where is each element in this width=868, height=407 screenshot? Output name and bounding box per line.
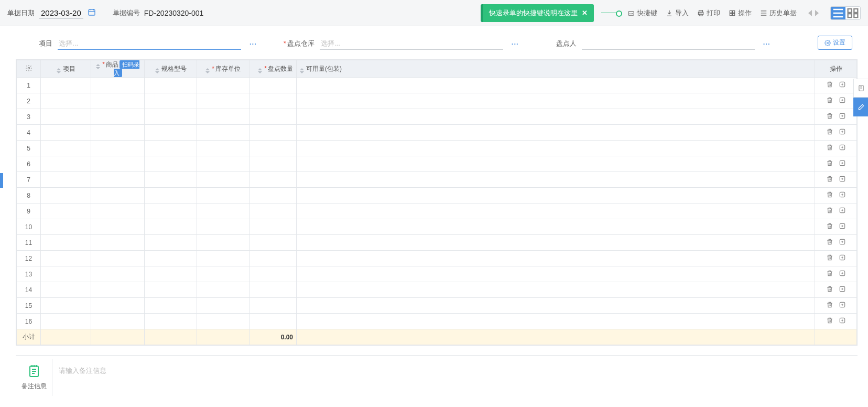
- delete-row-icon[interactable]: [826, 175, 833, 184]
- cell-unit[interactable]: [197, 125, 249, 141]
- cell-avail[interactable]: [297, 156, 815, 172]
- cell-project[interactable]: [41, 109, 91, 125]
- cell-avail[interactable]: [297, 141, 815, 156]
- cell-goods[interactable]: [91, 251, 145, 266]
- table-row[interactable]: 5: [17, 141, 857, 156]
- warehouse-input[interactable]: [320, 37, 503, 50]
- cell-spec[interactable]: [145, 188, 197, 204]
- cell-unit[interactable]: [197, 172, 249, 188]
- cell-spec[interactable]: [145, 125, 197, 141]
- cell-goods[interactable]: [91, 282, 145, 298]
- col-unit[interactable]: *库存单位: [197, 60, 249, 78]
- insert-row-icon[interactable]: [839, 238, 846, 247]
- cell-goods[interactable]: [91, 314, 145, 329]
- checker-input[interactable]: [582, 37, 755, 50]
- insert-row-icon[interactable]: [839, 222, 846, 231]
- cell-spec[interactable]: [145, 298, 197, 314]
- cell-spec[interactable]: [145, 156, 197, 172]
- cell-avail[interactable]: [297, 235, 815, 251]
- cell-qty[interactable]: [249, 109, 297, 125]
- cell-qty[interactable]: [249, 78, 297, 93]
- calendar-icon[interactable]: [88, 8, 96, 18]
- cell-qty[interactable]: [249, 93, 297, 109]
- cell-unit[interactable]: [197, 78, 249, 93]
- view-card-icon[interactable]: [845, 7, 860, 19]
- col-spec[interactable]: 规格型号: [145, 60, 197, 78]
- cell-spec[interactable]: [145, 251, 197, 266]
- insert-row-icon[interactable]: [839, 191, 846, 200]
- table-row[interactable]: 3: [17, 109, 857, 125]
- cell-avail[interactable]: [297, 298, 815, 314]
- cell-goods[interactable]: [91, 172, 145, 188]
- cell-qty[interactable]: [249, 188, 297, 204]
- cell-project[interactable]: [41, 251, 91, 266]
- operate-button[interactable]: 操作: [729, 8, 752, 18]
- col-goods[interactable]: *商品扫码录入: [91, 60, 145, 78]
- import-button[interactable]: 导入: [666, 8, 689, 18]
- cell-spec[interactable]: [145, 282, 197, 298]
- cell-unit[interactable]: [197, 141, 249, 156]
- cell-goods[interactable]: [91, 109, 145, 125]
- cell-goods[interactable]: [91, 204, 145, 219]
- cell-avail[interactable]: [297, 78, 815, 93]
- date-value[interactable]: 2023-03-20: [39, 7, 83, 19]
- insert-row-icon[interactable]: [839, 270, 846, 279]
- insert-row-icon[interactable]: [839, 301, 846, 310]
- cell-avail[interactable]: [297, 109, 815, 125]
- cell-goods[interactable]: [91, 125, 145, 141]
- cell-avail[interactable]: [297, 93, 815, 109]
- table-row[interactable]: 13: [17, 266, 857, 282]
- next-page-icon[interactable]: [815, 10, 819, 16]
- insert-row-icon[interactable]: [839, 254, 846, 263]
- cell-qty[interactable]: [249, 156, 297, 172]
- cell-spec[interactable]: [145, 219, 197, 235]
- cell-qty[interactable]: [249, 204, 297, 219]
- cell-qty[interactable]: [249, 282, 297, 298]
- gear-header[interactable]: [17, 60, 41, 78]
- insert-row-icon[interactable]: [839, 128, 846, 137]
- cell-avail[interactable]: [297, 172, 815, 188]
- delete-row-icon[interactable]: [826, 285, 833, 294]
- print-button[interactable]: 打印: [697, 8, 720, 18]
- delete-row-icon[interactable]: [826, 159, 833, 168]
- cell-avail[interactable]: [297, 188, 815, 204]
- delete-row-icon[interactable]: [826, 317, 833, 326]
- cell-project[interactable]: [41, 314, 91, 329]
- cell-project[interactable]: [41, 141, 91, 156]
- table-row[interactable]: 12: [17, 251, 857, 266]
- cell-avail[interactable]: [297, 266, 815, 282]
- cell-unit[interactable]: [197, 314, 249, 329]
- cell-spec[interactable]: [145, 204, 197, 219]
- cell-goods[interactable]: [91, 188, 145, 204]
- view-list-icon[interactable]: [831, 7, 845, 19]
- cell-qty[interactable]: [249, 141, 297, 156]
- cell-spec[interactable]: [145, 78, 197, 93]
- delete-row-icon[interactable]: [826, 144, 833, 153]
- cell-unit[interactable]: [197, 93, 249, 109]
- cell-project[interactable]: [41, 93, 91, 109]
- table-row[interactable]: 16: [17, 314, 857, 329]
- checker-more-icon[interactable]: ···: [763, 40, 771, 48]
- cell-project[interactable]: [41, 78, 91, 93]
- cell-spec[interactable]: [145, 314, 197, 329]
- cell-spec[interactable]: [145, 172, 197, 188]
- cell-project[interactable]: [41, 282, 91, 298]
- table-row[interactable]: 1: [17, 78, 857, 93]
- cell-unit[interactable]: [197, 188, 249, 204]
- cell-unit[interactable]: [197, 156, 249, 172]
- cell-project[interactable]: [41, 188, 91, 204]
- cell-goods[interactable]: [91, 78, 145, 93]
- insert-row-icon[interactable]: [839, 317, 846, 326]
- cell-project[interactable]: [41, 298, 91, 314]
- table-row[interactable]: 11: [17, 235, 857, 251]
- delete-row-icon[interactable]: [826, 112, 833, 121]
- table-row[interactable]: 10: [17, 219, 857, 235]
- delete-row-icon[interactable]: [826, 81, 833, 90]
- table-row[interactable]: 8: [17, 188, 857, 204]
- col-avail[interactable]: 可用量(包装): [297, 60, 815, 78]
- cell-qty[interactable]: [249, 219, 297, 235]
- close-icon[interactable]: ✕: [582, 9, 588, 17]
- delete-row-icon[interactable]: [826, 128, 833, 137]
- cell-goods[interactable]: [91, 219, 145, 235]
- cell-unit[interactable]: [197, 251, 249, 266]
